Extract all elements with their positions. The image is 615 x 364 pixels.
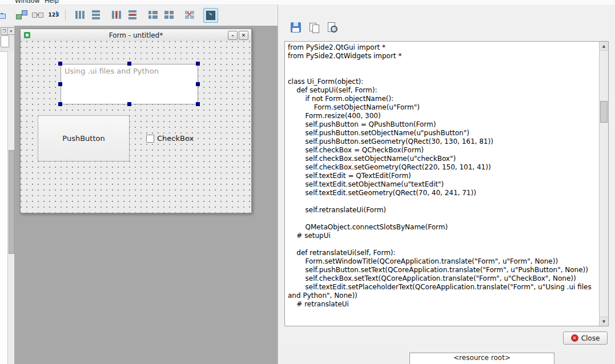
selection-handle-middle-left[interactable] — [58, 82, 62, 86]
resource-root-item[interactable]: <resource root> — [453, 354, 511, 364]
layout-form-button[interactable] — [146, 8, 160, 22]
widget-box-scrollbar-thumb[interactable] — [9, 150, 14, 254]
widget-box-scrollbar[interactable] — [7, 51, 15, 364]
layout-form-icon — [148, 11, 158, 19]
code-scrollbar[interactable] — [599, 42, 608, 326]
widget-box-panel — [0, 26, 15, 364]
checkbox-label: CheckBox — [157, 134, 194, 143]
edit-buddies-icon — [32, 11, 43, 19]
textedit-placeholder: Using .ui files and Python — [65, 67, 198, 75]
code-view[interactable]: from PySide2.QtGui import * from PySide2… — [284, 41, 609, 326]
pushbutton-widget[interactable]: PushButton — [38, 115, 130, 161]
edit-tab-order-icon: 123 — [49, 12, 59, 18]
layout-vertical-button[interactable] — [89, 8, 103, 22]
toolbar-separator — [65, 9, 66, 21]
checkbox-widget[interactable]: CheckBox — [146, 127, 204, 150]
break-layout-button[interactable] — [183, 8, 196, 22]
form-minimize-button[interactable]: - — [228, 31, 238, 40]
form-editor-window: Form - untitled* - ✕ Using .ui files and… — [20, 29, 252, 213]
layout-splitter-vertical-button[interactable] — [126, 8, 139, 22]
scroll-down-arrow-icon[interactable] — [600, 317, 608, 326]
layout-splitter-vertical-icon — [128, 10, 136, 19]
form-window-title: Form - untitled* — [21, 31, 251, 39]
form-window-titlebar[interactable]: Form - untitled* - ✕ — [21, 29, 251, 42]
textedit-widget[interactable]: Using .ui files and Python — [61, 64, 198, 104]
pushbutton-label: PushButton — [62, 134, 104, 143]
copy-button[interactable] — [307, 21, 321, 34]
edit-buddies-button[interactable] — [31, 8, 45, 22]
layout-grid-icon — [164, 11, 174, 19]
layout-horizontal-icon — [75, 11, 85, 19]
code-preview-panel: from PySide2.QtGui import * from PySide2… — [278, 5, 615, 351]
dock-close-button[interactable] — [7, 27, 15, 35]
main-toolbar: 123 — [0, 5, 278, 26]
close-icon — [571, 334, 578, 342]
copy-icon — [309, 22, 319, 33]
break-layout-icon — [185, 11, 194, 19]
selection-handle-middle-right[interactable] — [196, 82, 200, 86]
find-icon — [327, 22, 337, 33]
layout-vertical-icon — [92, 10, 100, 19]
widget-filter-input[interactable] — [1, 35, 9, 47]
form-close-button[interactable]: ✕ — [239, 31, 248, 40]
layout-splitter-horizontal-button[interactable] — [110, 8, 123, 22]
selection-handle-bottom-middle[interactable] — [127, 102, 131, 106]
form-canvas[interactable]: Using .ui files and Python PushButton Ch… — [21, 41, 251, 213]
close-button[interactable]: Close — [563, 331, 608, 345]
edit-widgets-button[interactable] — [0, 8, 10, 22]
layout-grid-button[interactable] — [162, 8, 176, 22]
code-text: from PySide2.QtGui import * from PySide2… — [285, 42, 599, 326]
selection-handle-bottom-left[interactable] — [58, 102, 62, 106]
scroll-up-arrow-icon[interactable] — [600, 42, 608, 51]
mdi-area: Form - untitled* - ✕ Using .ui files and… — [15, 26, 278, 364]
widget-list[interactable] — [0, 51, 7, 364]
find-button[interactable] — [325, 21, 339, 34]
selection-handle-top-left[interactable] — [58, 62, 62, 66]
edit-signals-slots-button[interactable] — [15, 8, 29, 22]
adjust-size-button[interactable] — [203, 8, 218, 23]
edit-widgets-icon — [0, 10, 8, 19]
checkbox-indicator[interactable] — [146, 135, 154, 143]
menu-help[interactable]: Help — [45, 0, 59, 5]
close-button-label: Close — [581, 334, 600, 342]
save-icon — [291, 22, 301, 33]
qt-designer-window: Window Help 123 Form - untitle — [0, 0, 615, 364]
edit-tab-order-button[interactable]: 123 — [47, 8, 61, 22]
code-scrollbar-thumb[interactable] — [600, 101, 608, 123]
adjust-size-icon — [206, 11, 215, 20]
resource-browser-panel: <resource root> — [278, 351, 615, 364]
save-button[interactable] — [289, 21, 303, 34]
layout-horizontal-button[interactable] — [73, 8, 87, 22]
edit-signals-slots-icon — [16, 10, 27, 19]
resource-tree[interactable]: <resource root> — [409, 353, 554, 364]
selection-handle-bottom-right[interactable] — [196, 102, 200, 106]
layout-splitter-horizontal-icon — [112, 11, 121, 19]
selection-handle-top-right[interactable] — [196, 62, 200, 66]
menu-window[interactable]: Window — [15, 0, 39, 5]
selection-handle-top-middle[interactable] — [127, 62, 131, 66]
form-window-icon — [24, 32, 30, 38]
